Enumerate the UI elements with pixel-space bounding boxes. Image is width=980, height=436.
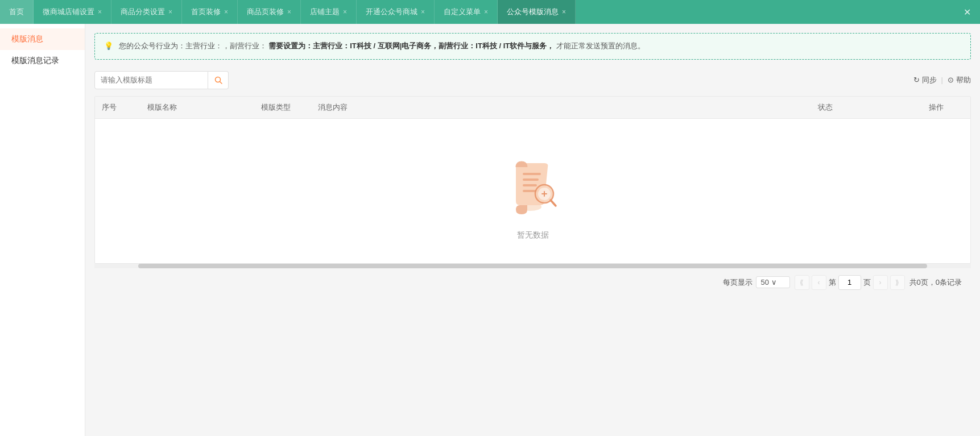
- col-header-type: 模版类型: [254, 97, 311, 118]
- nav-tab-home-label: 首页: [9, 7, 24, 17]
- search-right: ↻ 同步 | ⊙ 帮助: [913, 75, 971, 85]
- close-category-icon[interactable]: ×: [168, 8, 172, 16]
- svg-rect-4: [523, 178, 539, 181]
- nav-tab-home[interactable]: 首页: [0, 0, 34, 24]
- empty-illustration: [499, 153, 567, 221]
- nav-tab-category[interactable]: 商品分类设置 ×: [111, 0, 182, 24]
- main-layout: 模版消息 模版消息记录 💡 您的公众号行业为：主营行业：，副营行业： 需要设置为…: [0, 24, 980, 436]
- search-left: [94, 71, 229, 89]
- nav-tab-category-label: 商品分类设置: [121, 7, 165, 17]
- top-nav: 首页 微商城店铺设置 × 商品分类设置 × 首页装修 × 商品页装修 × 店铺主…: [0, 0, 980, 24]
- notice-icon: 💡: [104, 41, 113, 50]
- chevron-down-icon: ∨: [771, 278, 777, 286]
- help-circle-icon: ⊙: [948, 76, 954, 84]
- close-open-mall-icon[interactable]: ×: [421, 8, 425, 16]
- notice-prefix: 您的公众号行业为：主营行业：，副营行业：: [119, 41, 267, 50]
- last-page-button[interactable]: ⟫: [890, 275, 905, 290]
- nav-tab-store-settings-label: 微商城店铺设置: [43, 7, 94, 17]
- page-label: 第: [829, 277, 836, 288]
- help-button[interactable]: ⊙ 帮助: [948, 75, 971, 85]
- sync-label: 同步: [922, 75, 937, 85]
- svg-rect-5: [523, 184, 537, 186]
- search-icon: [214, 76, 222, 84]
- nav-tab-product-decor-label: 商品页装修: [247, 7, 284, 17]
- svg-line-9: [551, 200, 556, 206]
- table-header: 序号 模版名称 模版类型 消息内容 状态 操作: [95, 97, 970, 119]
- horizontal-scrollbar[interactable]: [94, 264, 971, 268]
- page-size-dropdown[interactable]: 50 ∨: [756, 276, 790, 288]
- nav-tab-open-mall-label: 开通公众号商城: [366, 7, 417, 17]
- sidebar-item-template-msg-label: 模版消息: [11, 34, 43, 43]
- svg-line-1: [220, 81, 222, 84]
- data-table: 序号 模版名称 模版类型 消息内容 状态 操作: [94, 96, 971, 264]
- notice-box: 💡 您的公众号行业为：主营行业：，副营行业： 需要设置为：主营行业：IT科技 /…: [94, 33, 971, 60]
- sync-button[interactable]: ↻ 同步: [913, 75, 937, 85]
- pagination: 每页显示 50 ∨ ⟪ ‹ 第 页 › ⟫ 共0页，0条记录: [94, 268, 971, 297]
- prev-page-button[interactable]: ‹: [812, 275, 826, 290]
- help-label: 帮助: [956, 75, 971, 85]
- first-page-button[interactable]: ⟪: [795, 275, 809, 290]
- main-content: 💡 您的公众号行业为：主营行业：，副营行业： 需要设置为：主营行业：IT科技 /…: [85, 24, 980, 436]
- nav-tab-product-decor[interactable]: 商品页装修 ×: [238, 0, 301, 24]
- scroll-thumb[interactable]: [138, 264, 927, 268]
- col-header-status: 状态: [811, 97, 902, 118]
- sidebar-item-template-record-label: 模版消息记录: [11, 56, 59, 65]
- nav-tab-template-msg[interactable]: 公众号模版消息 ×: [498, 0, 576, 24]
- col-header-seq: 序号: [95, 97, 140, 118]
- empty-text: 暂无数据: [517, 230, 549, 240]
- next-page-button[interactable]: ›: [873, 275, 888, 290]
- page-unit: 页: [863, 277, 871, 288]
- nav-tab-theme-label: 店铺主题: [310, 7, 340, 17]
- page-size-selector: 每页显示 50 ∨: [723, 276, 790, 288]
- close-store-settings-icon[interactable]: ×: [98, 8, 102, 16]
- col-header-content: 消息内容: [311, 97, 811, 118]
- sidebar-item-template-msg[interactable]: 模版消息: [0, 28, 85, 50]
- nav-tab-open-mall[interactable]: 开通公众号商城 ×: [357, 0, 435, 24]
- nav-tab-template-msg-label: 公众号模版消息: [507, 7, 559, 17]
- page-size-label: 每页显示: [723, 277, 752, 288]
- col-header-action: 操作: [902, 97, 970, 118]
- nav-tab-store-settings[interactable]: 微商城店铺设置 ×: [34, 0, 111, 24]
- notice-suffix: 才能正常发送预置的消息。: [556, 41, 645, 50]
- page-navigation: ⟪ ‹ 第 页 › ⟫: [795, 275, 905, 290]
- search-input[interactable]: [94, 71, 208, 89]
- close-theme-icon[interactable]: ×: [343, 8, 347, 16]
- nav-tab-custom-menu-label: 自定义菜单: [444, 7, 481, 17]
- global-close-button[interactable]: ✕: [954, 0, 980, 24]
- svg-rect-3: [523, 173, 541, 175]
- nav-tab-theme[interactable]: 店铺主题 ×: [301, 0, 357, 24]
- sidebar: 模版消息 模版消息记录: [0, 24, 85, 436]
- close-custom-menu-icon[interactable]: ×: [484, 8, 488, 16]
- close-product-decor-icon[interactable]: ×: [287, 8, 291, 16]
- search-bar: ↻ 同步 | ⊙ 帮助: [94, 71, 971, 89]
- page-size-value: 50: [761, 278, 769, 286]
- notice-highlight: 需要设置为：主营行业：IT科技 / 互联网|电子商务，副营行业：IT科技 / I…: [268, 41, 554, 50]
- total-info: 共0页，0条记录: [909, 277, 962, 288]
- nav-tab-custom-menu[interactable]: 自定义菜单 ×: [435, 0, 498, 24]
- close-home-decor-icon[interactable]: ×: [224, 8, 228, 16]
- sidebar-item-template-record[interactable]: 模版消息记录: [0, 50, 85, 72]
- divider: |: [941, 76, 943, 84]
- global-close-icon: ✕: [964, 7, 971, 18]
- search-button[interactable]: [208, 71, 229, 89]
- page-number-input[interactable]: [838, 275, 861, 290]
- nav-tab-home-decor[interactable]: 首页装修 ×: [182, 0, 238, 24]
- nav-tab-home-decor-label: 首页装修: [191, 7, 221, 17]
- col-header-name: 模版名称: [140, 97, 254, 118]
- close-template-msg-icon[interactable]: ×: [562, 8, 566, 16]
- empty-state: 暂无数据: [95, 119, 970, 263]
- sync-icon: ↻: [913, 76, 920, 84]
